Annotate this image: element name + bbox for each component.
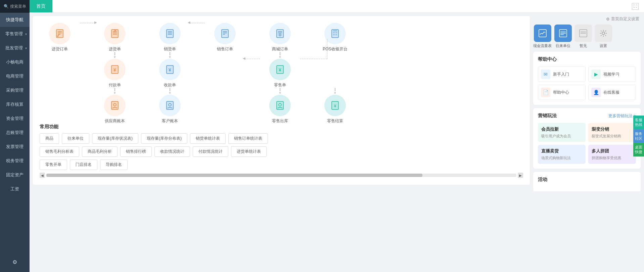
sidebar-item-tax[interactable]: 税务管理: [0, 154, 30, 168]
more-marketing-link[interactable]: 更多营销玩法 >: [608, 113, 636, 119]
func-btn-payment-stat[interactable]: 付款情况统计: [193, 146, 228, 157]
right-float-panel: 客服热线 服务社区 桌面快捷: [633, 116, 644, 156]
marketing-livestream[interactable]: 直播卖货 场景式购物新玩法: [538, 145, 586, 164]
home-customize[interactable]: ⚙ 首页自定义设置: [533, 16, 641, 22]
marketing-grid: 会员拉新 吸引用户成为会员 裂变分销 裂变式发展分销商 直播卖货 场景式购物新玩…: [538, 123, 636, 164]
arrow-3: ◀: [245, 59, 260, 69]
marketing-member[interactable]: 会员拉新 吸引用户成为会员: [538, 123, 586, 142]
purchase-order-icon: [49, 23, 71, 44]
node-sales-order[interactable]: 销售订单: [205, 23, 245, 52]
node-purchase-order[interactable]: 进货订单: [40, 23, 80, 52]
sidebar-search[interactable]: 🔍 搜索菜单: [0, 0, 30, 13]
func-btn-row-2: 销售毛利分析表 商品毛利分析 销售排行榜 收款情况统计 付款情况统计 进货单统计…: [40, 146, 523, 157]
sidebar-item-ecommerce[interactable]: 电商管理: [0, 69, 30, 83]
tab-home[interactable]: 首页: [30, 0, 53, 12]
home-customize-label: 首页自定义设置: [611, 16, 639, 22]
none-icon-box: [574, 25, 592, 42]
expand-button[interactable]: ⛶: [632, 3, 639, 10]
node-sales-receipt[interactable]: 销货单: [150, 23, 190, 52]
sidebar-item-finance[interactable]: 资金管理: [0, 111, 30, 126]
marketing-header: 营销玩法 更多营销玩法 >: [538, 113, 636, 119]
svg-rect-15: [222, 30, 228, 38]
float-btn-desktop[interactable]: 桌面快捷: [633, 143, 644, 156]
marketing-group[interactable]: 多人拼团 拼团购物享受优惠: [588, 145, 636, 164]
svg-text:¥: ¥: [334, 104, 336, 108]
func-btn-collection-stat[interactable]: 收款情况统计: [154, 146, 190, 157]
svg-rect-44: [167, 101, 173, 109]
quick-nav-card: 进货订单 ▶: [33, 16, 530, 185]
beginner-label: 新手入门: [553, 72, 569, 77]
sidebar-item-invoice[interactable]: 发票管理: [0, 140, 30, 154]
node-retail-single[interactable]: ¥ 零售单: [260, 59, 300, 88]
help-item-service[interactable]: 👤 在线客服: [588, 85, 636, 100]
node-mall-order[interactable]: 商城订单: [260, 23, 300, 52]
top-bar-right: ⛶: [627, 3, 644, 10]
func-btn-purchase-stat[interactable]: 进货单统计表: [231, 146, 267, 157]
scroll-track[interactable]: [46, 174, 516, 177]
sidebar-search-label: 搜索菜单: [10, 4, 26, 9]
video-icon: ▶: [591, 70, 601, 79]
sales-receipt-icon: [159, 23, 181, 44]
supplier-book-icon: [104, 95, 126, 116]
float-btn-community[interactable]: 服务社区: [633, 129, 644, 143]
quick-icon-settings[interactable]: 设置: [595, 25, 612, 48]
node-pos[interactable]: POS收银开台: [315, 23, 355, 52]
quick-icon-partners[interactable]: 往来单位: [554, 25, 572, 48]
collection-icon: ¥: [159, 59, 181, 80]
func-btn-inventory-dist[interactable]: 现存量(库存分布表): [141, 133, 187, 144]
scroll-right-btn[interactable]: ▶: [518, 173, 523, 178]
node-supplier-book[interactable]: 供应商账本: [95, 95, 135, 124]
quick-nav-label: 快捷导航: [3, 17, 27, 23]
scroll-thumb: [46, 174, 422, 177]
sidebar-item-quick-nav[interactable]: 快捷导航: [0, 13, 30, 27]
marketing-fission[interactable]: 裂变分销 裂变式发展分销商: [588, 123, 636, 142]
video-label: 视频学习: [603, 72, 619, 77]
sidebar: 🔍 搜索菜单 快捷导航 零售管理 ▾ 批发管理 ▾ 小畅电商 电商管理 采购管理…: [0, 0, 30, 272]
float-btn-service[interactable]: 客服热线: [633, 116, 644, 129]
func-btn-sales-stat[interactable]: 销货单统计表: [190, 133, 226, 144]
svg-rect-41: [111, 101, 118, 109]
node-retail-settle[interactable]: ¥ 零售结算: [315, 95, 355, 124]
sidebar-bottom: ⚙: [0, 252, 30, 272]
sidebar-item-inventory[interactable]: 库存核算: [0, 97, 30, 111]
func-btn-sales-order-stat[interactable]: 销售订单统计表: [228, 133, 268, 144]
sidebar-item-wholesale[interactable]: 批发管理 ▾: [0, 41, 30, 55]
group-title: 多人拼团: [592, 148, 633, 154]
activity-card: 活动: [533, 172, 641, 191]
node-payment[interactable]: ¥ 付款单: [95, 59, 135, 88]
arrow-2: ◀: [190, 23, 205, 33]
func-btn-store-rank[interactable]: 门店排名: [70, 160, 97, 170]
sidebar-item-ecommerce-small[interactable]: 小畅电商: [0, 55, 30, 69]
node-customer-book[interactable]: 客户账本: [150, 95, 190, 124]
func-btn-guide-rank[interactable]: 导购排名: [100, 160, 128, 170]
horizontal-scrollbar: ◀ ▶: [40, 173, 523, 178]
func-btn-goods[interactable]: 商品: [40, 133, 59, 144]
quick-icon-none[interactable]: 暂无: [574, 25, 592, 48]
scroll-left-btn[interactable]: ◀: [40, 173, 45, 178]
help-item-help[interactable]: 📄 帮助中心: [538, 85, 586, 100]
sidebar-item-ledger[interactable]: 总账管理: [0, 126, 30, 140]
top-bar: 首页 ⛶: [30, 0, 644, 13]
sidebar-item-salary[interactable]: 工资: [0, 182, 30, 196]
func-btn-sales-profit[interactable]: 销售毛利分析表: [40, 146, 79, 157]
search-icon: 🔍: [4, 4, 9, 9]
settings-icon-btn[interactable]: ⚙: [0, 256, 30, 269]
sidebar-item-purchase[interactable]: 采购管理: [0, 83, 30, 97]
sidebar-item-fixed-assets[interactable]: 固定资产: [0, 168, 30, 182]
func-btn-sales-rank[interactable]: 销售排行榜: [120, 146, 152, 157]
sidebar-item-retail[interactable]: 零售管理 ▾: [0, 27, 30, 41]
func-btn-inventory-status[interactable]: 现存量(库存状况表): [92, 133, 138, 144]
svg-rect-10: [167, 30, 173, 38]
func-btn-partners[interactable]: 往来单位: [62, 133, 89, 144]
node-purchase-receipt[interactable]: 进货单: [95, 23, 135, 52]
help-item-beginner[interactable]: ✉ 新手入门: [538, 66, 586, 82]
node-retail-out[interactable]: 零售出库: [260, 95, 300, 124]
content-area: 进货订单 ▶: [30, 13, 644, 272]
func-btn-row-1: 商品 往来单位 现存量(库存状况表) 现存量(库存分布表) 销货单统计表 销售订…: [40, 133, 523, 144]
quick-icon-cashflow[interactable]: 现金流量表: [533, 25, 552, 48]
func-btn-retail-order[interactable]: 零售开单: [40, 160, 67, 170]
node-collection[interactable]: ¥ 收款单: [150, 59, 190, 88]
func-btn-goods-profit[interactable]: 商品毛利分析: [82, 146, 118, 157]
help-item-video[interactable]: ▶ 视频学习: [588, 66, 636, 82]
svg-rect-29: [335, 32, 337, 33]
